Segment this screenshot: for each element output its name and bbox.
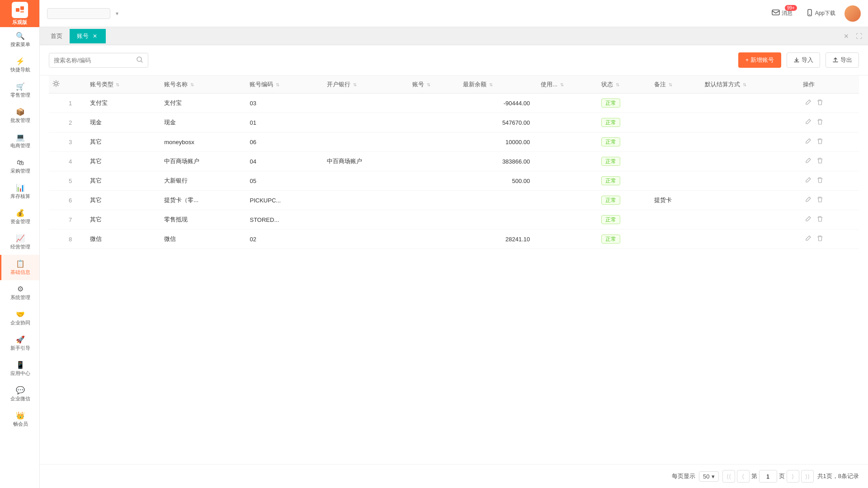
delete-button[interactable] [815, 195, 825, 205]
delete-button[interactable] [815, 234, 825, 244]
money-icon: 💰 [16, 209, 25, 217]
svg-rect-0 [16, 8, 19, 12]
delete-button[interactable] [815, 156, 825, 166]
sidebar-item-basic-info[interactable]: 📋 基础信息 [0, 255, 39, 280]
col-usage[interactable]: 使用... ⇅ [537, 75, 598, 94]
cell-name: 微信 [160, 230, 246, 249]
edit-button[interactable] [803, 234, 813, 244]
page-prev-button[interactable]: ⟨ [737, 470, 750, 483]
svg-point-5 [809, 14, 810, 15]
col-status[interactable]: 状态 ⇅ [598, 75, 651, 94]
cell-action [799, 210, 859, 230]
col-name[interactable]: 账号名称 ⇅ [160, 75, 246, 94]
edit-button[interactable] [803, 215, 813, 225]
edit-button[interactable] [803, 156, 813, 166]
page-last-button[interactable]: ⟩⟩ [801, 470, 814, 483]
edit-button[interactable] [803, 176, 813, 186]
account-search-icon[interactable] [136, 56, 143, 65]
table-row: 3 其它 moneybosx 06 10000.00 正常 [49, 132, 859, 152]
per-page-select[interactable]: 50 ▾ [699, 471, 718, 482]
sidebar-item-retail[interactable]: 🛒 零售管理 [0, 78, 39, 103]
tab-home[interactable]: 首页 [43, 29, 70, 43]
sidebar-item-search[interactable]: 🔍 搜索菜单 [0, 27, 39, 52]
col-code[interactable]: 账号编码 ⇅ [246, 75, 323, 94]
delete-button[interactable] [815, 176, 825, 186]
col-remark[interactable]: 备注 ⇅ [651, 75, 701, 94]
cell-bank [323, 191, 409, 210]
svg-point-7 [55, 82, 57, 85]
export-icon [832, 57, 839, 63]
cell-action [799, 152, 859, 171]
account-search-input[interactable] [54, 57, 136, 64]
cell-num: 4 [65, 152, 86, 171]
cell-code: STORED... [246, 210, 323, 230]
tab-account[interactable]: 账号 ✕ [70, 29, 106, 43]
edit-button[interactable] [803, 195, 813, 205]
sidebar-item-inventory[interactable]: 📊 库存核算 [0, 179, 39, 204]
account-search-wrap [49, 53, 148, 68]
sidebar-item-system[interactable]: ⚙ 系统管理 [0, 280, 39, 305]
window-restore-button[interactable]: ✕ [841, 31, 852, 42]
col-type[interactable]: 账号类型 ⇅ [86, 75, 160, 94]
col-bank[interactable]: 开户银行 ⇅ [323, 75, 409, 94]
delete-button[interactable] [815, 98, 825, 108]
page-next-button[interactable]: ⟩ [787, 470, 799, 483]
export-label: 导出 [840, 56, 852, 64]
edit-button[interactable] [803, 98, 813, 108]
user-avatar[interactable] [844, 5, 861, 22]
cell-name: 零售抵现 [160, 210, 246, 230]
dropdown-button[interactable]: ▾ [116, 10, 118, 17]
delete-button[interactable] [815, 117, 825, 127]
col-account[interactable]: 账号 ⇅ [409, 75, 459, 94]
sidebar-item-guide[interactable]: 🚀 新手引导 [0, 331, 39, 356]
app-download-button[interactable]: App下载 [806, 9, 835, 18]
status-badge: 正常 [601, 196, 620, 205]
cell-bank [323, 210, 409, 230]
header-left: ▾ [47, 8, 118, 19]
mobile-icon: 📱 [16, 361, 25, 369]
sort-icon-status: ⇅ [616, 82, 619, 87]
delete-button[interactable] [815, 215, 825, 225]
window-maximize-button[interactable]: ⛶ [854, 31, 864, 42]
edit-button[interactable] [803, 137, 813, 147]
edit-button[interactable] [803, 117, 813, 127]
sidebar-item-purchase[interactable]: 🛍 采购管理 [0, 154, 39, 179]
cell-status: 正常 [598, 94, 651, 113]
top-search-input[interactable] [52, 10, 97, 17]
sidebar-item-app-center[interactable]: 📱 应用中心 [0, 356, 39, 381]
cell-num: 3 [65, 132, 86, 152]
sidebar-item-wholesale[interactable]: 📦 批发管理 [0, 103, 39, 128]
sidebar-item-shortcut[interactable]: ⚡ 快捷导航 [0, 52, 39, 78]
sidebar-item-vip[interactable]: 👑 畅会员 [0, 407, 39, 432]
sidebar-item-operations[interactable]: 📈 经营管理 [0, 230, 39, 255]
col-default-pay[interactable]: 默认结算方式 ⇅ [701, 75, 799, 94]
cell-name: 支付宝 [160, 94, 246, 113]
import-button[interactable]: 导入 [787, 52, 820, 68]
col-balance[interactable]: 最新余额 ⇅ [459, 75, 537, 94]
col-settings[interactable] [49, 75, 65, 94]
table-row: 6 其它 提货卡（零... PICKUPC... 正常 提货卡 [49, 191, 859, 210]
cell-name: 大新银行 [160, 171, 246, 191]
cell-type: 其它 [86, 132, 160, 152]
page-number-input[interactable] [759, 470, 777, 483]
cell-status: 正常 [598, 113, 651, 132]
delete-button[interactable] [815, 137, 825, 147]
sidebar-item-agreement[interactable]: 🤝 企业协同 [0, 305, 39, 331]
cell-name: 现金 [160, 113, 246, 132]
sidebar-item-finance[interactable]: 💰 资金管理 [0, 204, 39, 230]
sidebar-item-ecommerce[interactable]: 💻 电商管理 [0, 128, 39, 154]
export-button[interactable]: 导出 [826, 52, 859, 68]
add-account-button[interactable]: + 新增账号 [738, 52, 781, 68]
tab-close-button[interactable]: ✕ [91, 33, 99, 40]
cell-num: 5 [65, 171, 86, 191]
page-navigation: ⟨⟨ ⟨ 第 页 ⟩ ⟩⟩ [722, 470, 814, 483]
message-button[interactable]: 消息 99+ [772, 9, 793, 18]
status-badge: 正常 [601, 235, 620, 244]
page-first-button[interactable]: ⟨⟨ [722, 470, 735, 483]
sidebar-item-enterprise-wx[interactable]: 💬 企业微信 [0, 381, 39, 407]
cell-remark [651, 171, 701, 191]
cell-code: 01 [246, 113, 323, 132]
cell-usage [537, 152, 598, 171]
sidebar-item-label: 零售管理 [10, 92, 30, 99]
top-search-box[interactable] [47, 8, 110, 19]
